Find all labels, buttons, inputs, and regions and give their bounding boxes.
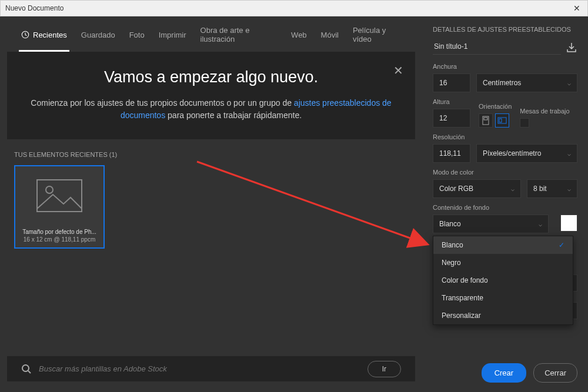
width-label: Anchura: [433, 63, 577, 70]
artboards-checkbox[interactable]: [520, 118, 529, 128]
chevron-down-icon: ⌵: [567, 186, 571, 192]
color-mode-label: Modo de color: [433, 169, 577, 176]
bg-option-blanco[interactable]: Blanco✓: [433, 236, 573, 254]
recent-specs: 16 x 12 cm @ 118,11 ppcm: [19, 236, 100, 243]
recent-name: Tamaño por defecto de Ph...: [19, 229, 100, 235]
resolution-unit-select[interactable]: Píxeles/centímetro⌵: [476, 144, 577, 163]
hero-title: Vamos a empezar algo nuevo.: [31, 68, 392, 86]
height-label: Altura: [433, 98, 470, 105]
resolution-label: Resolución: [433, 133, 577, 140]
orientation-portrait-button[interactable]: [479, 113, 493, 128]
chevron-down-icon: ⌵: [567, 150, 571, 157]
footer-buttons: Crear Cerrar: [433, 353, 577, 383]
hero-banner: ✕ Vamos a empezar algo nuevo. Comienza p…: [7, 52, 415, 139]
color-mode-select[interactable]: Color RGB⌵: [433, 179, 521, 198]
recent-text: Tamaño por defecto de Ph... 16 x 12 cm @…: [15, 225, 103, 247]
orientation-field: Orientación: [479, 103, 512, 128]
chevron-down-icon: ⌵: [539, 221, 542, 227]
preset-header: DETALLES DE AJUSTES PREESTABLECIDOS: [433, 26, 577, 33]
tab-web[interactable]: Web: [284, 16, 314, 52]
left-panel: Recientes Guardado Foto Imprimir Obra de…: [0, 16, 422, 392]
svg-rect-7: [499, 119, 502, 122]
background-color-swatch[interactable]: [560, 215, 577, 232]
window-close-button[interactable]: ✕: [571, 4, 583, 13]
tab-label: Obra de arte e ilustración: [201, 26, 278, 43]
recents-grid: Tamaño por defecto de Ph... 16 x 12 cm @…: [0, 165, 422, 249]
resolution-field: Resolución Píxeles/centímetro⌵: [433, 133, 577, 163]
svg-point-3: [22, 365, 29, 371]
document-placeholder-icon: [36, 179, 82, 212]
bit-depth-select[interactable]: 8 bit⌵: [527, 179, 577, 198]
tab-pelicula-video[interactable]: Película y vídeo: [346, 16, 408, 52]
create-button[interactable]: Crear: [482, 363, 527, 383]
artboards-label: Mesas de trabajo: [520, 108, 569, 115]
artboards-field: Mesas de trabajo: [520, 108, 569, 128]
hero-subtitle: Comienza por los ajustes de tus propios …: [31, 97, 392, 122]
background-field: Contenido de fondo Blanco⌵ Blanco✓ Negro…: [433, 204, 577, 233]
tab-recientes[interactable]: Recientes: [14, 16, 74, 52]
search-icon: [21, 364, 32, 374]
clock-icon: [21, 31, 29, 39]
svg-rect-1: [37, 180, 82, 212]
recent-thumbnail: [15, 166, 103, 225]
chevron-down-icon: ⌵: [567, 80, 571, 86]
bg-option-negro[interactable]: Negro: [433, 254, 573, 272]
document-type-tabs: Recientes Guardado Foto Imprimir Obra de…: [0, 16, 422, 52]
main-container: Recientes Guardado Foto Imprimir Obra de…: [0, 16, 588, 392]
stock-search-input[interactable]: [39, 364, 360, 373]
check-icon: ✓: [559, 241, 564, 249]
height-input[interactable]: [433, 109, 470, 128]
tab-movil[interactable]: Móvil: [314, 16, 346, 52]
hero-close-button[interactable]: ✕: [393, 63, 403, 78]
bg-option-color-fondo[interactable]: Color de fondo: [433, 272, 573, 289]
unit-select[interactable]: Centímetros⌵: [476, 73, 577, 92]
tab-label: Guardado: [81, 31, 115, 39]
background-dropdown: Blanco✓ Negro Color de fondo Transparent…: [433, 236, 573, 325]
stock-search-bar: Ir: [7, 356, 415, 381]
titlebar: Nuevo Documento ✕: [0, 0, 588, 16]
window-title: Nuevo Documento: [5, 4, 64, 12]
orientation-landscape-button[interactable]: [495, 113, 509, 128]
import-preset-icon[interactable]: [566, 42, 577, 53]
svg-rect-5: [484, 118, 487, 120]
tab-label: Recientes: [33, 31, 67, 39]
tab-obra-arte[interactable]: Obra de arte e ilustración: [193, 16, 285, 52]
tab-label: Imprimir: [159, 31, 186, 39]
tab-label: Película y vídeo: [353, 26, 401, 43]
background-label: Contenido de fondo: [433, 204, 577, 211]
recents-heading: TUS ELEMENTOS RECIENTES (1): [0, 151, 422, 165]
bg-option-personalizar[interactable]: Personalizar: [433, 307, 573, 324]
width-input[interactable]: [433, 73, 470, 92]
tab-label: Web: [291, 31, 307, 39]
tab-label: Foto: [129, 31, 145, 39]
svg-point-2: [46, 186, 53, 193]
tab-imprimir[interactable]: Imprimir: [152, 16, 193, 52]
height-field: Altura: [433, 98, 470, 128]
resolution-input[interactable]: [433, 144, 470, 163]
stock-go-button[interactable]: Ir: [368, 361, 401, 377]
background-select[interactable]: Blanco⌵: [433, 215, 549, 233]
orientation-label: Orientación: [479, 103, 512, 110]
bg-option-transparente[interactable]: Transparente: [433, 289, 573, 307]
color-mode-field: Modo de color Color RGB⌵ 8 bit⌵: [433, 169, 577, 198]
chevron-down-icon: ⌵: [511, 186, 514, 192]
preset-name-input[interactable]: [433, 40, 561, 55]
tab-label: Móvil: [321, 31, 339, 39]
preset-name-row: [433, 40, 577, 55]
tab-guardado[interactable]: Guardado: [74, 16, 122, 52]
recent-preset-card[interactable]: Tamaño por defecto de Ph... 16 x 12 cm @…: [14, 165, 105, 249]
height-orient-row: Altura Orientación Mesas de trabajo: [433, 98, 577, 133]
tab-foto[interactable]: Foto: [122, 16, 152, 52]
width-field: Anchura Centímetros⌵: [433, 63, 577, 92]
preset-details-panel: DETALLES DE AJUSTES PREESTABLECIDOS Anch…: [422, 16, 588, 392]
close-button[interactable]: Cerrar: [533, 363, 577, 383]
